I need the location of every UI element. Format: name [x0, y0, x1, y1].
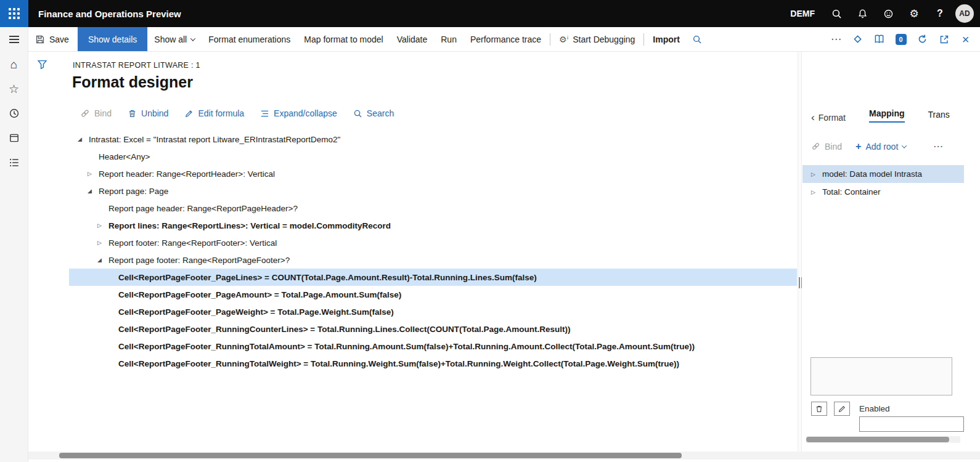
map-format-to-model-button[interactable]: Map format to model: [297, 27, 390, 51]
home-button[interactable]: ⌂: [0, 52, 28, 76]
tree-item[interactable]: ▷Report header: Range<ReportHeader>: Ver…: [69, 165, 797, 182]
recent-button[interactable]: [0, 101, 28, 126]
tree-item[interactable]: Cell<ReportPageFooter_RunningTotalAmount…: [69, 338, 797, 355]
tree-item[interactable]: ◢Intrastat: Excel = "Intrastat report Li…: [69, 131, 797, 148]
smiley-icon: [883, 9, 894, 19]
mapping-panel-content: ‹ Format Mapping Trans Bind + Add root ⋯: [802, 52, 964, 462]
help-button[interactable]: ?: [927, 0, 953, 27]
show-all-label: Show all: [154, 34, 187, 44]
notifications-button[interactable]: [849, 0, 875, 27]
main-horizontal-scrollbar[interactable]: [28, 452, 980, 460]
search-label: Search: [367, 108, 394, 118]
add-root-button[interactable]: + Add root: [855, 142, 906, 152]
tree-item[interactable]: Cell<ReportPageFooter_PageAmount> = Tota…: [69, 286, 797, 303]
tree-item[interactable]: Report page header: Range<ReportPageHead…: [69, 200, 797, 217]
open-in-new-window-button[interactable]: [933, 27, 955, 52]
back-to-format-button[interactable]: ‹ Format: [811, 113, 846, 123]
tree-item[interactable]: Cell<ReportPageFooter_PageWeight> = Tota…: [69, 303, 797, 320]
tab-mapping[interactable]: Mapping: [869, 108, 905, 123]
expand-arrow-icon[interactable]: ▷: [811, 171, 822, 177]
tab-translations[interactable]: Trans: [928, 110, 950, 123]
tree-item-label: Cell<ReportPageFooter_PageAmount> = Tota…: [118, 290, 401, 299]
delete-button[interactable]: [811, 402, 827, 416]
hamburger-icon: [9, 36, 19, 43]
bind-button[interactable]: Bind: [80, 108, 112, 118]
expand-collapse-button[interactable]: Expand/collapse: [260, 108, 337, 118]
mapping-more-button[interactable]: ⋯: [933, 140, 943, 152]
show-all-button[interactable]: Show all: [147, 27, 202, 51]
tree-item[interactable]: ▷Total: Container: [802, 183, 964, 201]
collapse-arrow-icon[interactable]: ◢: [78, 136, 89, 142]
refresh-icon: [917, 34, 928, 44]
favorites-button[interactable]: ☆: [0, 76, 28, 101]
unbind-label: Unbind: [141, 108, 168, 118]
performance-trace-button[interactable]: Performance trace: [463, 27, 548, 51]
top-navigation-bar: Finance and Operations Preview DEMF ⚙ ? …: [0, 0, 980, 27]
show-details-button[interactable]: Show details: [78, 27, 147, 51]
record-caption: INTRASTAT REPORT LITWARE : 1: [73, 61, 200, 70]
enabled-field[interactable]: [859, 416, 964, 432]
feedback-button[interactable]: [875, 0, 901, 27]
tree-item-label: Report page: Page: [99, 187, 168, 196]
company-picker[interactable]: DEMF: [782, 0, 823, 27]
bind-label: Bind: [825, 142, 842, 152]
filter-button[interactable]: [37, 59, 47, 70]
funnel-icon: [37, 59, 47, 70]
modules-button[interactable]: [0, 150, 28, 175]
start-debugging-button[interactable]: ⚙ⁱ Start Debugging: [552, 27, 642, 51]
settings-button[interactable]: ⚙: [901, 0, 927, 27]
tree-item[interactable]: Cell<ReportPageFooter_RunningCounterLine…: [69, 320, 797, 338]
tree-item[interactable]: Cell<ReportPageFooter_PageLines> = COUNT…: [69, 269, 797, 286]
designer-toolbar: Bind Unbind Edit formula Expand/collapse…: [80, 108, 394, 118]
workspaces-button[interactable]: [0, 126, 28, 150]
office-addins-button[interactable]: [847, 27, 868, 52]
edit-formula-button[interactable]: Edit formula: [184, 108, 244, 118]
tree-item[interactable]: ◢Report page: Page: [69, 182, 797, 200]
collapse-arrow-icon[interactable]: ◢: [88, 188, 99, 194]
task-guide-button[interactable]: [868, 27, 890, 52]
expand-arrow-icon[interactable]: ▷: [97, 240, 108, 246]
scrollbar-thumb[interactable]: [59, 453, 682, 458]
import-button[interactable]: Import: [646, 27, 687, 51]
search-button[interactable]: [823, 0, 849, 27]
edit-formula-label: Edit formula: [198, 108, 244, 118]
message-center-button[interactable]: 0: [890, 27, 912, 52]
expand-navigation-button[interactable]: [0, 27, 28, 52]
expand-arrow-icon[interactable]: ▷: [97, 222, 108, 229]
pencil-icon: [184, 109, 194, 118]
save-button[interactable]: Save: [28, 27, 76, 51]
unbind-button[interactable]: Unbind: [128, 108, 168, 118]
tree-item[interactable]: ▷Report lines: Range<ReportLines>: Verti…: [69, 217, 797, 234]
pane-splitter[interactable]: [798, 52, 802, 452]
tree-item[interactable]: Cell<ReportPageFooter_RunningTotalWeight…: [69, 355, 797, 372]
action-pane-right: ⋯ 0 ×: [825, 27, 980, 52]
app-launcher-button[interactable]: [0, 0, 28, 27]
expand-collapse-label: Expand/collapse: [274, 108, 337, 118]
mapping-bind-button[interactable]: Bind: [811, 142, 842, 152]
more-button[interactable]: ⋯: [825, 27, 847, 52]
expand-arrow-icon[interactable]: ▷: [88, 171, 99, 177]
separator: [550, 33, 550, 46]
mapping-panel: ‹ Format Mapping Trans Bind + Add root ⋯: [802, 52, 980, 462]
tree-item[interactable]: ▷Report footer: Range<ReportFooter>: Ver…: [69, 234, 797, 251]
tree-item[interactable]: ▷model: Data model Intrasta: [802, 165, 964, 183]
panel-horizontal-scrollbar[interactable]: [806, 436, 960, 443]
tree-item[interactable]: Header<Any>: [69, 148, 797, 165]
refresh-button[interactable]: [912, 27, 933, 52]
collapse-arrow-icon[interactable]: ◢: [97, 257, 108, 263]
separator: [643, 33, 644, 46]
close-button[interactable]: ×: [955, 27, 976, 52]
message-count-badge: 0: [896, 34, 907, 45]
tree-item-label: Header<Any>: [99, 152, 150, 161]
edit-button[interactable]: [834, 402, 850, 416]
scrollbar-thumb[interactable]: [806, 437, 949, 442]
tree-search-button[interactable]: Search: [353, 108, 394, 118]
action-search-button[interactable]: [687, 27, 708, 52]
expand-arrow-icon[interactable]: ▷: [811, 189, 822, 195]
tree-item-label: Cell<ReportPageFooter_PageLines> = COUNT…: [118, 273, 537, 282]
validate-button[interactable]: Validate: [390, 27, 435, 51]
run-button[interactable]: Run: [434, 27, 463, 51]
tree-item[interactable]: ◢Report page footer: Range<ReportPageFoo…: [69, 251, 797, 269]
format-enumerations-button[interactable]: Format enumerations: [202, 27, 297, 51]
user-avatar[interactable]: AD: [955, 4, 974, 23]
